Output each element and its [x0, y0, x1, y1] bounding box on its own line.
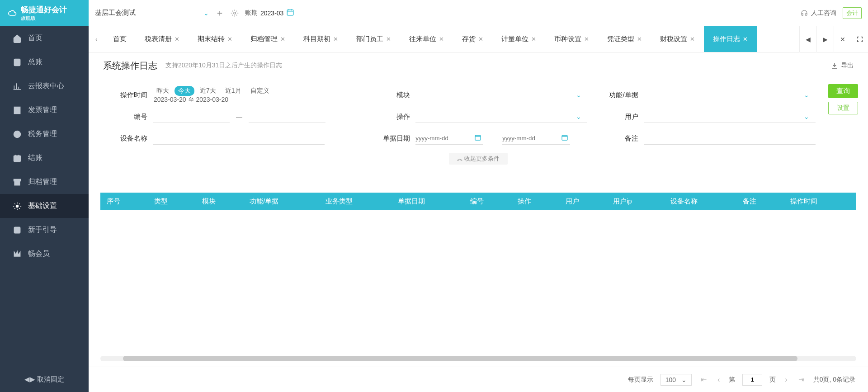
close-period-icon [13, 154, 22, 163]
sidebar-item-2[interactable]: 云报表中心 [0, 74, 89, 98]
query-button[interactable]: 查询 [828, 84, 858, 98]
page-prev[interactable]: ‹ [716, 376, 722, 384]
tab-label: 存货 [462, 35, 476, 43]
close-icon[interactable]: ✕ [175, 36, 179, 43]
tab-5[interactable]: 部门员工✕ [347, 26, 400, 52]
table-header: 业务类型 [319, 193, 392, 210]
sidebar-item-8[interactable]: 新手引导 [0, 218, 89, 242]
settings-button[interactable]: 设置 [828, 102, 858, 114]
tab-label: 计量单位 [501, 35, 528, 43]
tabs-scroll-left[interactable]: ‹ [89, 26, 104, 52]
period-value: 2023-03 [260, 9, 283, 17]
close-icon[interactable]: ✕ [478, 36, 483, 43]
device-input[interactable] [153, 132, 325, 145]
tab-label: 部门员工 [356, 35, 383, 43]
sidebar-item-7[interactable]: 基础设置 [0, 194, 89, 218]
tab-label: 往来单位 [409, 35, 436, 43]
page-input[interactable] [742, 374, 762, 386]
company-selector[interactable]: 基层工会测试 ⌄ [95, 9, 209, 17]
page-last[interactable]: ⇥ [797, 375, 806, 384]
operation-select[interactable] [415, 110, 587, 123]
sidebar-item-6[interactable]: 归档管理 [0, 170, 89, 194]
module-select[interactable] [415, 89, 587, 101]
per-page-value: 100 [665, 376, 676, 383]
page-next[interactable]: › [783, 376, 789, 384]
tab-10[interactable]: 凭证类型✕ [598, 26, 651, 52]
sidebar-item-1[interactable]: 总账 [0, 50, 89, 74]
period-selector[interactable]: 账期 2023-03 [245, 8, 294, 18]
role-badge[interactable]: 会计 [843, 7, 862, 19]
tab-label: 归档管理 [250, 35, 278, 43]
sidebar-item-9[interactable]: 畅会员 [0, 242, 89, 266]
close-icon[interactable]: ✕ [333, 36, 338, 43]
table-header: 模块 [196, 193, 243, 210]
user-select[interactable] [644, 110, 816, 123]
close-icon[interactable]: ✕ [743, 36, 748, 43]
tabs-close-all-icon[interactable]: ✕ [834, 26, 851, 52]
brand-title: 畅捷通好会计 [21, 5, 67, 14]
time-chip[interactable]: 今天 [175, 86, 194, 96]
close-icon[interactable]: ✕ [280, 36, 285, 43]
tab-12[interactable]: 操作日志✕ [704, 26, 757, 52]
number-from-input[interactable] [153, 110, 230, 123]
calendar-icon [561, 134, 568, 142]
tab-label: 科目期初 [303, 35, 330, 43]
page-prefix: 第 [729, 376, 735, 384]
close-icon[interactable]: ✕ [439, 36, 444, 43]
close-icon[interactable]: ✕ [227, 36, 232, 43]
close-icon[interactable]: ✕ [637, 36, 642, 43]
tab-11[interactable]: 财税设置✕ [651, 26, 704, 52]
date-from: 2023-03-20 [154, 96, 186, 103]
label-number: 编号 [99, 113, 153, 121]
horizontal-scrollbar[interactable] [100, 356, 856, 362]
ledger-icon [13, 58, 22, 67]
tab-2[interactable]: 期末结转✕ [189, 26, 241, 52]
sidebar-item-label: 基础设置 [28, 201, 57, 211]
export-button[interactable]: 导出 [831, 61, 854, 70]
sidebar-item-label: 新手引导 [28, 225, 57, 235]
close-icon[interactable]: ✕ [531, 36, 536, 43]
sidebar-item-3[interactable]: 发票管理 [0, 98, 89, 122]
number-to-input[interactable] [249, 110, 326, 123]
fullscreen-icon[interactable] [851, 26, 868, 52]
tab-9[interactable]: 币种设置✕ [545, 26, 598, 52]
time-chip[interactable]: 自定义 [247, 86, 273, 96]
sidebar-unpin[interactable]: ◀▶取消固定 [0, 375, 89, 384]
doc-date-to[interactable] [502, 135, 570, 142]
support-link[interactable]: 人工咨询 [800, 9, 836, 17]
close-icon[interactable]: ✕ [690, 36, 695, 43]
tab-4[interactable]: 科目期初✕ [294, 26, 347, 52]
tabs-prev-icon[interactable]: ◀ [799, 26, 816, 52]
tab-label: 财税设置 [660, 35, 687, 43]
archive-icon [13, 178, 22, 187]
label-op-time: 操作时间 [99, 91, 153, 99]
close-icon[interactable]: ✕ [386, 36, 391, 43]
sidebar-item-0[interactable]: 首页 [0, 26, 89, 50]
sidebar-item-4[interactable]: 税务管理 [0, 122, 89, 146]
brand-edition: 旗舰版 [21, 15, 67, 22]
page-first[interactable]: ⇤ [699, 375, 708, 384]
time-chip[interactable]: 昨天 [153, 86, 173, 96]
date-to: 2023-03-20 [196, 96, 228, 103]
per-page-select[interactable]: 100 ⌄ [660, 374, 692, 386]
time-chip[interactable]: 近1月 [222, 86, 245, 96]
sidebar-item-label: 云报表中心 [28, 81, 64, 91]
tab-1[interactable]: 税表清册✕ [136, 26, 189, 52]
tab-0[interactable]: 首页 [104, 26, 136, 52]
table-header: 序号 [100, 193, 148, 210]
tab-8[interactable]: 计量单位✕ [492, 26, 545, 52]
tabs-next-icon[interactable]: ▶ [816, 26, 834, 52]
remark-input[interactable] [644, 132, 816, 145]
doc-date-from[interactable] [415, 135, 483, 142]
func-select[interactable] [644, 89, 816, 101]
tab-3[interactable]: 归档管理✕ [241, 26, 294, 52]
sidebar-item-5[interactable]: 结账 [0, 146, 89, 170]
guide-icon [13, 226, 22, 235]
gear-icon[interactable] [231, 9, 239, 17]
tab-6[interactable]: 往来单位✕ [400, 26, 453, 52]
add-icon[interactable]: ＋ [215, 7, 224, 19]
collapse-filters[interactable]: ︽ 收起更多条件 [449, 153, 508, 165]
close-icon[interactable]: ✕ [584, 36, 589, 43]
tab-7[interactable]: 存货✕ [453, 26, 492, 52]
time-chip[interactable]: 近7天 [196, 86, 220, 96]
